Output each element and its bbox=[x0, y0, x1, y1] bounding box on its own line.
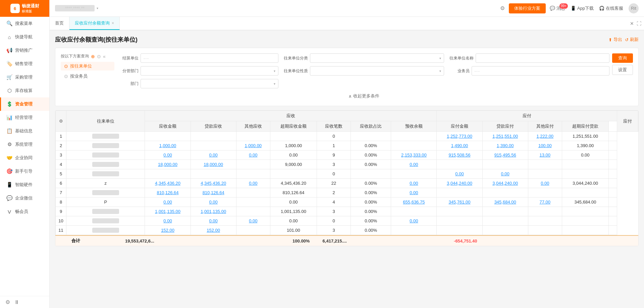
dept-label: 部门 bbox=[118, 81, 139, 87]
export-button[interactable]: ⬆ 导出 bbox=[608, 37, 622, 43]
th-receivable-count: 应收笔数 bbox=[317, 121, 351, 132]
settlement-input[interactable]: ··· bbox=[141, 53, 278, 63]
basic-icon: 📋 bbox=[6, 128, 12, 134]
table-row: 1████████01,252,773.001,251,551.001,222.… bbox=[56, 132, 638, 141]
page-content: 应收应付余额查询(按往来单位) ⬆ 导出 ↺ 刷新 按以下方案查询 bbox=[50, 30, 644, 308]
user-name: Rit bbox=[631, 6, 636, 11]
topbar: ****.****.** ▾ ⚙ 体验行业方案 💬 消息 99+ 📱 App下载… bbox=[50, 0, 644, 17]
table-row: 6z4,345,436.204,345,436.200.004,345,436.… bbox=[56, 179, 638, 188]
collapse-icon: ∧ bbox=[348, 94, 352, 99]
app-download-item[interactable]: 📱 App下载 bbox=[571, 5, 594, 11]
breadcrumb-dropdown-icon[interactable]: ▾ bbox=[97, 6, 98, 10]
solution-button[interactable]: 体验行业方案 bbox=[509, 3, 546, 13]
table-row: 3████████0.000.000.000.0090.00%2,153,333… bbox=[56, 150, 638, 160]
message-item[interactable]: 💬 消息 99+ bbox=[550, 5, 565, 11]
sidebar-item-purchase[interactable]: 🛒 采购管理 bbox=[0, 71, 49, 84]
footer-overdue-payable: -654,751.40 bbox=[445, 238, 486, 244]
sidebar-item-label: 搜索菜单 bbox=[15, 20, 33, 27]
guide-icon: 🎯 bbox=[6, 168, 12, 174]
unit-category-input[interactable]: ▾ bbox=[310, 53, 444, 63]
home-icon: ⌂ bbox=[6, 34, 12, 40]
unit-nature-input[interactable]: ▾ bbox=[310, 66, 444, 76]
sidebar-item-hardware[interactable]: 📱 智能硬件 bbox=[0, 178, 49, 191]
tabs-actions: ✕ ⛶ bbox=[627, 17, 644, 30]
topbar-gear-icon[interactable]: ⚙ bbox=[500, 5, 505, 11]
sidebar: 6 畅捷通财 标准版 🔍 搜索菜单 ⌂ 快捷导航 📢 营销推广 🏷️ 销售管理 … bbox=[0, 0, 50, 308]
table-row: 10████████0.000.000.000.0000.00%0.00 bbox=[56, 216, 638, 226]
logo-text-block: 畅捷通财 标准版 bbox=[22, 3, 39, 14]
sidebar-item-guide[interactable]: 🎯 新手引导 bbox=[0, 165, 49, 178]
tab-home-label: 首页 bbox=[55, 20, 64, 26]
sidebar-item-wechat[interactable]: 💬 企业微信 bbox=[0, 191, 49, 205]
settlement-label: 结算单位 bbox=[118, 55, 139, 61]
footer-receivable-total: 19,553,472,6... bbox=[122, 238, 157, 244]
unit-name-input[interactable] bbox=[476, 53, 609, 63]
th-receivable-group: 应收 bbox=[145, 111, 437, 121]
dept-input[interactable]: ▾ bbox=[141, 79, 278, 88]
table-row: 9████████1,001,135.001,001,135.001,001,1… bbox=[56, 207, 638, 216]
sidebar-item-label: 新手引导 bbox=[15, 168, 33, 174]
table-row: 5████████00.000.00 bbox=[56, 169, 638, 179]
settings-button[interactable]: 设置 bbox=[612, 65, 633, 75]
sidebar-item-operations[interactable]: 📊 经营管理 bbox=[0, 111, 49, 124]
th-payable-more: 应付 bbox=[617, 111, 638, 132]
tab-home[interactable]: 首页 bbox=[50, 17, 69, 30]
sidebar-item-search[interactable]: 🔍 搜索菜单 bbox=[0, 17, 49, 30]
footer-receivable-ratio: 100.00% bbox=[284, 238, 318, 244]
tab-close-icon[interactable]: × bbox=[112, 21, 114, 26]
sidebar-item-sales[interactable]: 🏷️ 销售管理 bbox=[0, 57, 49, 71]
sales-icon: 🏷️ bbox=[6, 61, 12, 67]
tab-receivable[interactable]: 应收应付余额查询 × bbox=[69, 17, 120, 30]
sidebar-bottom: ⚙ ⏸ bbox=[0, 296, 49, 308]
th-receivable-ratio: 应收款占比 bbox=[351, 121, 391, 132]
online-service-icon: 🎧 bbox=[599, 6, 604, 11]
sidebar-item-inventory[interactable]: ⬡ 库存核算 bbox=[0, 84, 49, 97]
user-avatar[interactable]: Rit bbox=[629, 3, 639, 13]
query-button[interactable]: 查询 bbox=[612, 53, 633, 63]
th-gear[interactable]: ⚙ bbox=[56, 111, 66, 132]
dept-manage-input[interactable]: ▾ bbox=[141, 66, 278, 76]
filter-nav-by-staff[interactable]: ⊙ 按业务员 bbox=[61, 72, 114, 81]
data-table: ⚙ 往来单位 应收 应付 应付 bbox=[55, 111, 638, 235]
table-gear-icon[interactable]: ⚙ bbox=[59, 119, 63, 124]
th-payable-amount: 应付金额 bbox=[437, 121, 482, 132]
by-staff-icon: ⊙ bbox=[64, 74, 68, 79]
sidebar-item-label: 经营管理 bbox=[15, 115, 33, 121]
wechat-icon: 💬 bbox=[6, 195, 12, 201]
sidebar-item-basic[interactable]: 📋 基础信息 bbox=[0, 124, 49, 138]
page-header-actions: ⬆ 导出 ↺ 刷新 bbox=[608, 37, 639, 43]
table-row: 8P0.000.000.0040.00%655,636.75345,761.00… bbox=[56, 197, 638, 207]
sidebar-item-system[interactable]: ⚙ 系统管理 bbox=[0, 138, 49, 151]
table-row: 2████████1,000.001,000.001,000.0010.00%1… bbox=[56, 141, 638, 150]
filter-salesman: 业务员 ··· bbox=[449, 66, 609, 76]
operations-icon: 📊 bbox=[6, 115, 12, 121]
member-icon: V bbox=[6, 209, 12, 215]
sidebar-item-marketing[interactable]: 📢 营销推广 bbox=[0, 44, 49, 57]
filter-back-icon[interactable]: « bbox=[103, 54, 106, 59]
unit-nature-label: 往来单位性质 bbox=[284, 68, 308, 74]
filter-settings-icon[interactable]: ⊙ bbox=[97, 54, 101, 59]
system-icon: ⚙ bbox=[6, 141, 12, 147]
collapse-button[interactable]: ∧ 收起更多条件 bbox=[347, 92, 381, 100]
sidebar-item-label: 快捷导航 bbox=[15, 34, 33, 40]
filter-add-icon[interactable]: ⊕ bbox=[91, 54, 95, 59]
marketing-icon: 📢 bbox=[6, 47, 12, 53]
sidebar-item-quick[interactable]: ⌂ 快捷导航 bbox=[0, 30, 49, 44]
sidebar-item-label: 企业微信 bbox=[15, 195, 33, 201]
sidebar-item-label: 企业协同 bbox=[15, 155, 33, 161]
online-service-item[interactable]: 🎧 在线客服 bbox=[599, 5, 623, 11]
settings-bottom-icon[interactable]: ⚙ bbox=[5, 299, 10, 305]
filter-nav-by-unit[interactable]: ⊙ 按往来单位 bbox=[61, 62, 114, 71]
sidebar-item-enterprise[interactable]: 🤝 企业协同 bbox=[0, 151, 49, 165]
tabs-bar: 首页 应收应付余额查询 × ✕ ⛶ bbox=[50, 17, 644, 30]
sidebar-item-finance[interactable]: 💲 资金管理 bbox=[0, 97, 49, 111]
salesman-input[interactable]: ··· bbox=[472, 66, 609, 76]
footer-label: 合计 bbox=[69, 238, 122, 244]
logo-icon: 6 bbox=[10, 4, 20, 13]
th-payable-group: 应付 bbox=[437, 111, 617, 121]
window-expand-icon[interactable]: ⛶ bbox=[637, 21, 641, 26]
collapse-icon[interactable]: ⏸ bbox=[14, 299, 19, 305]
window-close-icon[interactable]: ✕ bbox=[630, 21, 634, 26]
refresh-button[interactable]: ↺ 刷新 bbox=[625, 37, 639, 43]
sidebar-item-member[interactable]: V 畅会员 bbox=[0, 205, 49, 218]
